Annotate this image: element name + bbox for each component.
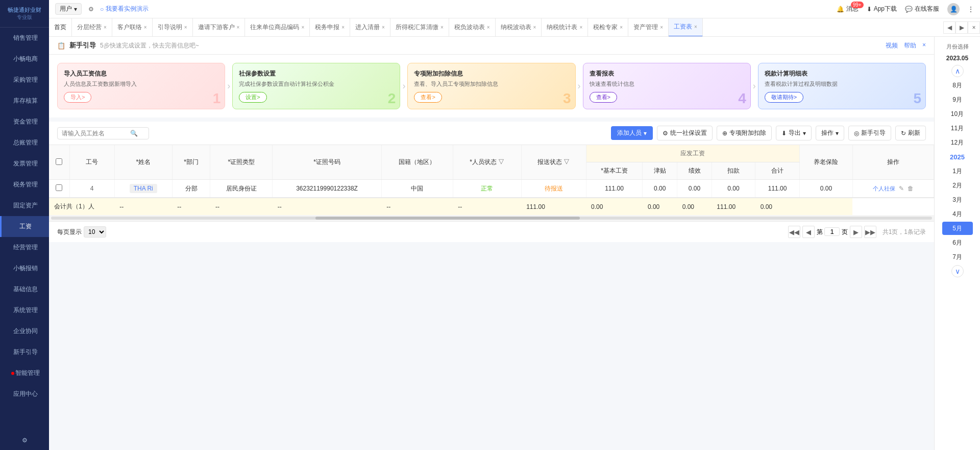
tab-tax-fluctuation[interactable]: 纳税波动表 × [496,18,542,37]
step-5-button[interactable]: 敬请期待> [765,92,803,103]
month-item-10[interactable]: 10月 [942,107,973,121]
sidebar-item-ledger[interactable]: 总账管理 [0,132,49,153]
tab-close-icon[interactable]: × [144,25,147,30]
tab-scroll-right[interactable]: ▶ [955,21,968,34]
operations-button[interactable]: 操作 ▾ [816,126,844,140]
more-button[interactable]: ⋮ [968,6,974,13]
settings-icon[interactable]: ⚙ [86,4,96,14]
tab-close-icon[interactable]: × [341,25,345,30]
sidebar-item-collab[interactable]: 企业协同 [0,321,49,342]
year-2025-item[interactable]: 2025 [942,150,973,163]
tab-close-icon[interactable]: × [440,25,444,30]
tab-close-icon[interactable]: × [487,25,490,30]
tab-close-icon[interactable]: × [660,25,663,30]
tab-layered-ops[interactable]: 分层经营 × [72,18,112,37]
last-page-button[interactable]: ▶▶ [864,226,876,238]
app-download-button[interactable]: ⬇ App下载 [867,5,897,13]
select-all-checkbox[interactable] [56,158,62,165]
tab-close-icon[interactable]: × [579,25,582,30]
tab-income-tax[interactable]: 所得税汇算清缴 × [390,18,449,37]
tab-close-icon[interactable]: × [301,25,304,30]
sidebar-item-system[interactable]: 系统管理 [0,300,49,321]
tab-close-icon[interactable]: × [694,24,697,30]
sidebar-item-assets[interactable]: 固定资产 [0,195,49,216]
edit-icon[interactable]: ✎ [899,185,904,192]
next-page-button[interactable]: ▶ [850,226,862,238]
sidebar-item-ecommerce[interactable]: 小畅电商 [0,49,49,69]
month-item-4[interactable]: 4月 [942,207,973,221]
month-item-9[interactable]: 9月 [942,93,973,106]
month-item-5-active[interactable]: 5月 [942,222,973,235]
tab-close-icon[interactable]: × [533,25,536,30]
tab-close-icon[interactable]: × [104,25,107,30]
report-filter-icon[interactable]: ▽ [564,158,570,165]
guide-button[interactable]: ◎ 新手引导 [848,126,891,140]
sidebar-item-tax[interactable]: 税务管理 [0,174,49,195]
add-person-button[interactable]: 添加人员 ▾ [611,126,653,140]
sidebar-item-finance[interactable]: 资金管理 [0,111,49,132]
status-filter-icon[interactable]: ▽ [498,158,504,165]
demo-link[interactable]: ○ 我要看实例演示 [100,5,149,13]
tab-tax-stats[interactable]: 纳税统计表 × [542,18,588,37]
sidebar-item-expense[interactable]: 小畅报销 [0,258,49,279]
tab-clearance[interactable]: 进入清册 × [350,18,390,37]
set-social-button[interactable]: ⚙ 统一社保设置 [657,126,713,140]
export-button[interactable]: ⬇ 导出 ▾ [776,126,812,140]
tab-close-icon[interactable]: × [620,25,623,30]
horizontal-scrollbar[interactable] [49,215,934,221]
sidebar-item-inventory[interactable]: 库存核算 [0,90,49,111]
notification-button[interactable]: 🔔 消息 99+ [837,5,859,13]
row-checkbox[interactable] [56,184,62,191]
tab-guide[interactable]: 引导说明 × [153,18,193,37]
search-icon[interactable]: 🔍 [130,130,138,137]
page-number-input[interactable] [824,227,840,236]
month-item-7[interactable]: 7月 [942,250,973,264]
guide-help-link[interactable]: 帮助 [904,41,916,50]
tab-tax-filing[interactable]: 税务申报 × [310,18,350,37]
user-selector[interactable]: 用户 ▾ [55,3,82,15]
sidebar-item-operations[interactable]: 经营管理 [0,237,49,258]
tab-close-icon[interactable]: × [382,25,385,30]
delete-icon[interactable]: 🗑 [908,185,914,192]
month-item-6[interactable]: 6月 [942,236,973,249]
sidebar-item-guide[interactable]: 新手引导 [0,342,49,363]
guide-video-link[interactable]: 视频 [886,41,898,50]
avatar[interactable]: 👤 [947,3,960,15]
special-deduct-button[interactable]: ⊕ 专项附加扣除 [717,126,772,140]
h-scroll-thumb[interactable] [315,217,580,220]
step-3-button[interactable]: 查看> [414,92,442,103]
online-service-button[interactable]: 💬 在线客服 [905,5,939,13]
step-1-button[interactable]: 导入> [64,92,91,103]
month-item-8[interactable]: 8月 [942,79,973,92]
sidebar-item-sales[interactable]: 销售管理 [0,28,49,49]
sidebar-item-apps[interactable]: 应用中心 [0,384,49,405]
tab-home[interactable]: 首页 [49,18,72,37]
month-scroll-up[interactable]: ∧ [951,65,964,77]
month-item-1[interactable]: 1月 [942,164,973,178]
sidebar-item-purchase[interactable]: 采购管理 [0,69,49,90]
month-scroll-down[interactable]: ∨ [951,265,964,277]
tab-scroll-left[interactable]: ◀ [943,21,955,34]
sidebar-item-payroll[interactable]: 工资 [0,216,49,237]
tab-product-code[interactable]: 往来单位商品编码 × [245,18,310,37]
tab-payroll[interactable]: 工资表 × [669,18,703,37]
sidebar-item-basic-info[interactable]: 基础信息 [0,279,49,300]
tab-close-icon[interactable]: × [184,25,187,30]
month-item-3[interactable]: 3月 [942,193,973,206]
search-input[interactable] [62,130,128,137]
prev-page-button[interactable]: ◀ [802,226,815,238]
tab-close-all[interactable]: × [968,21,980,34]
sidebar-settings[interactable]: ⚙ [0,431,49,450]
month-item-11[interactable]: 11月 [942,122,973,135]
step-4-button[interactable]: 查看> [590,92,617,103]
tab-invite[interactable]: 邀请下游客户 × [193,18,246,37]
first-page-button[interactable]: ◀◀ [788,226,800,238]
action-social-insurance[interactable]: 个人社保 [873,185,895,192]
step-2-button[interactable]: 设置> [239,92,266,103]
tab-close-icon[interactable]: × [237,25,240,30]
sidebar-item-ai[interactable]: 智能管理 [0,363,49,384]
refresh-button[interactable]: ↻ 刷新 [895,126,926,140]
page-size-select[interactable]: 10 20 50 [84,226,106,238]
tab-tax-burden[interactable]: 税负波动表 × [449,18,496,37]
sidebar-item-invoice[interactable]: 发票管理 [0,153,49,174]
